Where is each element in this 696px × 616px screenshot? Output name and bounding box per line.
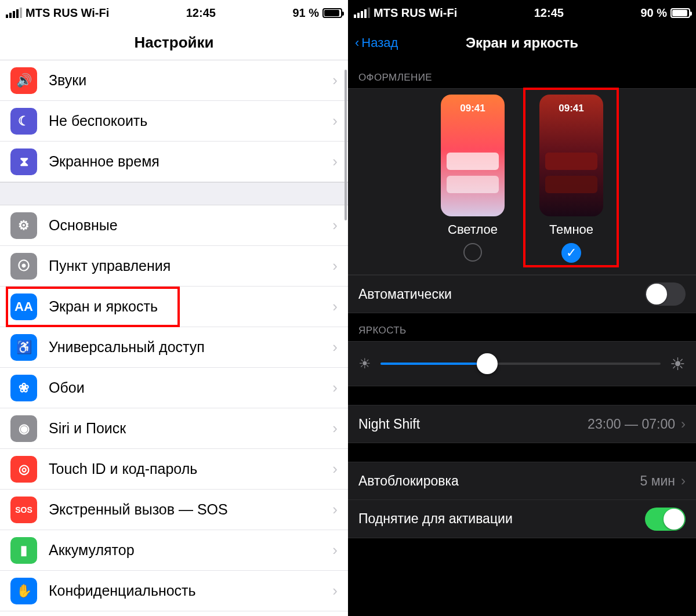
light-settings-screen: MTS RUS Wi-Fi 12:45 91 % Настройки 🔊Звук… bbox=[0, 0, 348, 616]
settings-row[interactable]: ⧗Экранное время› bbox=[0, 142, 348, 182]
thumb-time-label: 09:41 bbox=[441, 103, 505, 114]
row-icon: ◉ bbox=[10, 415, 37, 442]
night-shift-row[interactable]: Night Shift 23:00 — 07:00 › bbox=[348, 405, 696, 443]
settings-list[interactable]: 🔊Звуки›☾Не беспокоить›⧗Экранное время›⚙О… bbox=[0, 60, 348, 611]
battery-icon bbox=[322, 8, 342, 18]
brightness-slider[interactable] bbox=[380, 353, 661, 374]
chevron-right-icon: › bbox=[332, 460, 338, 478]
clock-label: 12:45 bbox=[186, 6, 216, 20]
row-icon: ▮ bbox=[10, 537, 37, 564]
settings-row[interactable]: ✋Конфиденциальность› bbox=[0, 571, 348, 611]
light-label: Светлое bbox=[448, 222, 498, 237]
signal-icon bbox=[354, 8, 370, 18]
automatic-row[interactable]: Автоматически bbox=[348, 275, 696, 313]
chevron-right-icon: › bbox=[332, 257, 338, 275]
row-label: Экранное время bbox=[49, 153, 160, 170]
row-icon: ☾ bbox=[10, 108, 37, 135]
group-separator bbox=[0, 182, 348, 205]
night-shift-label: Night Shift bbox=[358, 416, 420, 432]
chevron-right-icon: › bbox=[681, 416, 686, 432]
row-icon: AA bbox=[10, 293, 37, 320]
row-icon: ⧗ bbox=[10, 148, 37, 175]
row-label: Универсальный доступ bbox=[49, 339, 205, 356]
row-label: Аккумулятор bbox=[49, 542, 135, 559]
sun-small-icon: ☀︎ bbox=[358, 356, 371, 372]
dark-label: Темное bbox=[549, 222, 593, 237]
chevron-right-icon: › bbox=[332, 582, 338, 600]
chevron-right-icon: › bbox=[332, 71, 338, 89]
row-label: Не беспокоить bbox=[49, 113, 147, 129]
row-label: Экстренный вызов — SOS bbox=[49, 501, 228, 518]
status-bar: MTS RUS Wi-Fi 12:45 91 % bbox=[0, 0, 348, 26]
row-icon: ⚙ bbox=[10, 212, 37, 239]
status-bar: MTS RUS Wi-Fi 12:45 90 % bbox=[348, 0, 696, 26]
chevron-right-icon: › bbox=[332, 338, 338, 356]
page-title: Настройки bbox=[134, 34, 213, 52]
automatic-switch[interactable] bbox=[645, 282, 686, 306]
nav-bar: ‹ Назад Экран и яркость bbox=[348, 26, 696, 60]
row-icon: ◎ bbox=[10, 456, 37, 483]
row-label: Touch ID и код-пароль bbox=[49, 461, 197, 477]
settings-row[interactable]: ☾Не беспокоить› bbox=[0, 101, 348, 142]
settings-row[interactable]: ❀Обои› bbox=[0, 368, 348, 408]
chevron-right-icon: › bbox=[332, 298, 338, 316]
raise-to-wake-switch[interactable] bbox=[645, 508, 686, 531]
chevron-right-icon: › bbox=[332, 541, 338, 559]
settings-row[interactable]: ♿Универсальный доступ› bbox=[0, 327, 348, 368]
thumb-time-label: 09:41 bbox=[539, 103, 603, 114]
settings-row[interactable]: SOSЭкстренный вызов — SOS› bbox=[0, 490, 348, 530]
appearance-light-option[interactable]: 09:41 Светлое bbox=[441, 95, 505, 263]
chevron-right-icon: › bbox=[332, 216, 338, 234]
automatic-label: Автоматически bbox=[358, 287, 452, 302]
row-label: Звуки bbox=[49, 72, 86, 89]
row-label: Экран и яркость bbox=[49, 298, 158, 315]
scrollbar-indicator bbox=[345, 70, 347, 220]
settings-row[interactable]: ◉Siri и Поиск› bbox=[0, 408, 348, 449]
brightness-slider-row: ☀︎ ☀︎ bbox=[348, 341, 696, 386]
row-label: Основные bbox=[49, 217, 118, 234]
battery-icon bbox=[670, 8, 690, 18]
raise-to-wake-label: Поднятие для активации bbox=[358, 511, 513, 527]
autolock-value: 5 мин bbox=[640, 473, 675, 489]
chevron-right-icon: › bbox=[332, 379, 338, 397]
section-header-brightness: ЯРКОСТЬ bbox=[348, 313, 696, 341]
settings-row[interactable]: 🔊Звуки› bbox=[0, 60, 348, 101]
settings-row[interactable]: AAЭкран и яркость› bbox=[0, 287, 348, 327]
settings-row[interactable]: ▮Аккумулятор› bbox=[0, 530, 348, 571]
row-icon: ❀ bbox=[10, 375, 37, 401]
chevron-right-icon: › bbox=[332, 112, 338, 130]
carrier-label: MTS RUS Wi-Fi bbox=[26, 6, 109, 20]
nav-bar: Настройки bbox=[0, 26, 348, 60]
night-shift-value: 23:00 — 07:00 bbox=[588, 416, 675, 432]
unchecked-icon bbox=[463, 243, 482, 262]
signal-icon bbox=[6, 8, 22, 18]
dark-thumb: 09:41 bbox=[539, 95, 603, 216]
battery-pct-label: 90 % bbox=[640, 6, 667, 20]
autolock-row[interactable]: Автоблокировка 5 мин › bbox=[348, 462, 696, 500]
row-icon: ✋ bbox=[10, 578, 37, 604]
light-thumb: 09:41 bbox=[441, 95, 505, 216]
autolock-label: Автоблокировка bbox=[358, 473, 459, 489]
row-label: Siri и Поиск bbox=[49, 420, 126, 437]
section-header-appearance: ОФОРМЛЕНИЕ bbox=[348, 60, 696, 88]
settings-row[interactable]: ◎Touch ID и код-пароль› bbox=[0, 449, 348, 490]
raise-to-wake-row[interactable]: Поднятие для активации bbox=[348, 500, 696, 538]
row-icon: ♿ bbox=[10, 334, 37, 361]
sun-large-icon: ☀︎ bbox=[670, 354, 686, 374]
row-icon: ⦿ bbox=[10, 253, 37, 280]
settings-row[interactable]: ⦿Пункт управления› bbox=[0, 246, 348, 287]
appearance-selector: 09:41 Светлое 09:41 Темное ✓ bbox=[348, 88, 696, 275]
row-icon: SOS bbox=[10, 497, 37, 523]
clock-label: 12:45 bbox=[534, 6, 564, 20]
appearance-dark-option[interactable]: 09:41 Темное ✓ bbox=[539, 95, 603, 263]
battery-pct-label: 91 % bbox=[292, 6, 319, 20]
checkmark-icon: ✓ bbox=[561, 243, 581, 263]
row-label: Обои bbox=[49, 379, 85, 396]
row-label: Конфиденциальность bbox=[49, 582, 196, 599]
row-label: Пункт управления bbox=[49, 258, 171, 274]
chevron-right-icon: › bbox=[332, 419, 338, 437]
settings-row[interactable]: ⚙Основные› bbox=[0, 205, 348, 246]
chevron-right-icon: › bbox=[681, 473, 686, 489]
chevron-right-icon: › bbox=[332, 153, 338, 171]
dark-display-screen: MTS RUS Wi-Fi 12:45 90 % ‹ Назад Экран и… bbox=[348, 0, 696, 616]
